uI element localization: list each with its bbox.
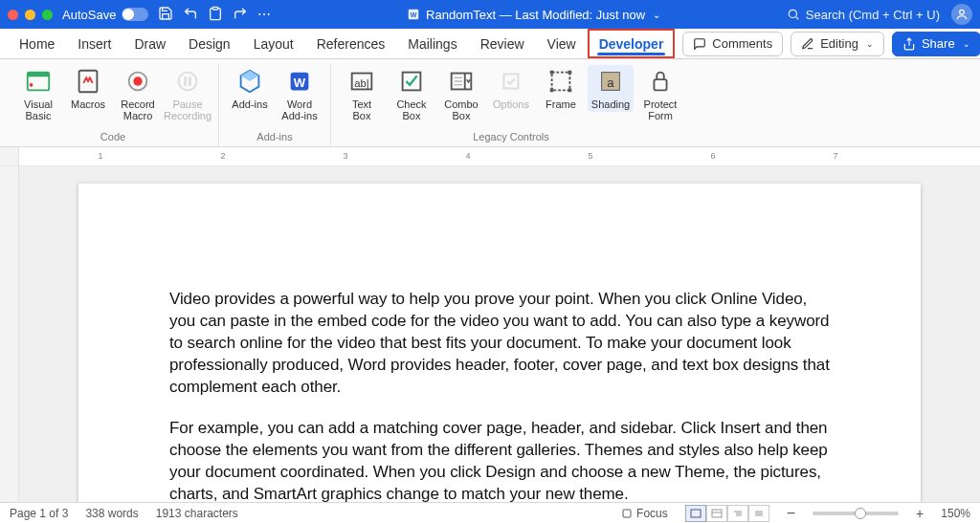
svg-rect-36 bbox=[654, 79, 666, 90]
tab-design[interactable]: Design bbox=[177, 29, 242, 58]
draft-view[interactable] bbox=[748, 505, 769, 522]
search-icon bbox=[787, 8, 800, 21]
maximize-window-button[interactable] bbox=[42, 10, 53, 20]
svg-rect-8 bbox=[28, 73, 50, 77]
tab-view[interactable]: View bbox=[536, 29, 588, 58]
add-ins-button[interactable]: Add-ins bbox=[227, 65, 273, 112]
button-label: Add-ins bbox=[232, 98, 267, 110]
autosave-label: AutoSave bbox=[62, 8, 116, 22]
button-label: Protect Form bbox=[644, 98, 678, 121]
paragraph[interactable]: For example, you can add a matching cove… bbox=[169, 418, 830, 502]
document-area: Video provides a powerful way to help yo… bbox=[0, 166, 980, 502]
check-box-icon bbox=[397, 67, 426, 96]
pencil-icon bbox=[801, 37, 814, 51]
options-button: Options bbox=[488, 65, 534, 112]
zoom-out-button[interactable]: − bbox=[787, 505, 795, 522]
visual-basic-icon bbox=[24, 67, 53, 96]
svg-point-3 bbox=[789, 10, 796, 17]
redo-icon[interactable] bbox=[233, 6, 248, 24]
close-window-button[interactable] bbox=[8, 10, 18, 20]
button-label: Pause Recording bbox=[164, 98, 212, 121]
svg-rect-14 bbox=[184, 76, 187, 85]
group-label: Add-ins bbox=[256, 129, 292, 146]
view-switcher bbox=[685, 505, 769, 522]
svg-point-12 bbox=[133, 76, 142, 85]
document-page[interactable]: Video provides a powerful way to help yo… bbox=[78, 184, 921, 502]
button-label: Shading bbox=[591, 98, 630, 110]
visual-basic-button[interactable]: Visual Basic bbox=[15, 65, 61, 123]
minimize-window-button[interactable] bbox=[25, 10, 35, 20]
person-icon bbox=[955, 8, 969, 21]
zoom-in-button[interactable]: + bbox=[916, 506, 924, 521]
tab-references[interactable]: References bbox=[305, 29, 397, 58]
svg-rect-32 bbox=[550, 89, 554, 93]
svg-rect-28 bbox=[504, 75, 519, 89]
web-layout-view[interactable] bbox=[706, 505, 727, 522]
frame-icon bbox=[546, 67, 575, 96]
save-icon[interactable] bbox=[158, 6, 173, 24]
svg-rect-15 bbox=[189, 76, 191, 85]
svg-text:ab|: ab| bbox=[354, 77, 368, 89]
autosave-toggle[interactable]: AutoSave bbox=[62, 8, 148, 22]
button-label: Text Box bbox=[352, 98, 371, 121]
outline-view[interactable] bbox=[727, 505, 748, 522]
tab-layout[interactable]: Layout bbox=[242, 29, 305, 58]
word-count[interactable]: 338 words bbox=[85, 507, 138, 520]
zoom-percent[interactable]: 150% bbox=[941, 507, 970, 520]
svg-rect-0 bbox=[213, 7, 218, 10]
tab-mailings[interactable]: Mailings bbox=[396, 29, 468, 58]
paste-icon[interactable] bbox=[208, 6, 223, 24]
document-title-text: RandomText — Last Modified: Just now bbox=[426, 8, 645, 22]
svg-rect-39 bbox=[712, 510, 722, 517]
tab-draw[interactable]: Draw bbox=[122, 29, 177, 58]
profile-button[interactable] bbox=[951, 4, 972, 25]
combo-box-button[interactable]: Combo Box bbox=[438, 65, 484, 123]
status-bar: Page 1 of 3 338 words 1913 characters Fo… bbox=[0, 502, 980, 523]
print-layout-view[interactable] bbox=[685, 505, 706, 522]
pause-recording-button: Pause Recording bbox=[165, 65, 211, 123]
undo-icon[interactable] bbox=[183, 6, 198, 24]
tab-insert[interactable]: Insert bbox=[66, 29, 122, 58]
page-indicator[interactable]: Page 1 of 3 bbox=[10, 507, 68, 520]
ruler-mark: 4 bbox=[465, 151, 470, 161]
autosave-switch[interactable] bbox=[122, 8, 148, 21]
record-macro-button[interactable]: Record Macro bbox=[115, 65, 161, 123]
svg-rect-38 bbox=[691, 510, 701, 517]
tab-developer[interactable]: Developer bbox=[588, 29, 676, 58]
focus-mode-button[interactable]: Focus bbox=[621, 507, 668, 520]
document-title[interactable]: W RandomText — Last Modified: Just now ⌄ bbox=[280, 8, 786, 22]
ruler-mark: 3 bbox=[343, 151, 347, 161]
text-box-button[interactable]: ab|Text Box bbox=[339, 65, 385, 123]
word-add-ins-icon: W bbox=[285, 67, 314, 96]
editing-mode-button[interactable]: Editing ⌄ bbox=[791, 32, 884, 56]
horizontal-ruler[interactable]: 1234567 bbox=[0, 147, 980, 166]
paragraph[interactable]: Video provides a powerful way to help yo… bbox=[169, 289, 830, 399]
vertical-ruler[interactable] bbox=[0, 166, 19, 502]
search-field[interactable]: Search (Cmd + Ctrl + U) bbox=[787, 8, 940, 22]
comments-button[interactable]: Comments bbox=[682, 32, 783, 56]
ruler-mark: 7 bbox=[833, 151, 837, 161]
button-label: Record Macro bbox=[121, 98, 154, 121]
char-count[interactable]: 1913 characters bbox=[156, 507, 238, 520]
zoom-slider[interactable] bbox=[813, 512, 899, 515]
ribbon-group-code: Visual BasicMacrosRecord MacroPause Reco… bbox=[8, 63, 219, 146]
macros-button[interactable]: Macros bbox=[65, 65, 111, 112]
svg-point-13 bbox=[179, 73, 197, 91]
ribbon: Visual BasicMacrosRecord MacroPause Reco… bbox=[0, 59, 980, 147]
comment-icon bbox=[693, 37, 706, 51]
tab-review[interactable]: Review bbox=[469, 29, 536, 58]
check-box-button[interactable]: Check Box bbox=[389, 65, 434, 123]
pause-recording-icon bbox=[173, 67, 202, 96]
tab-home[interactable]: Home bbox=[8, 29, 66, 58]
ruler-mark: 6 bbox=[710, 151, 715, 161]
ruler-mark: 2 bbox=[220, 151, 225, 161]
word-add-ins-button[interactable]: WWord Add-ins bbox=[277, 65, 323, 123]
comments-label: Comments bbox=[712, 36, 772, 51]
frame-button[interactable]: Frame bbox=[538, 65, 584, 112]
more-icon[interactable]: ⋯ bbox=[257, 7, 271, 22]
shading-button[interactable]: aShading bbox=[588, 65, 634, 112]
svg-rect-37 bbox=[623, 510, 631, 517]
svg-rect-29 bbox=[552, 73, 570, 91]
protect-form-button[interactable]: Protect Form bbox=[637, 65, 683, 123]
share-button[interactable]: Share ⌄ bbox=[892, 32, 980, 56]
